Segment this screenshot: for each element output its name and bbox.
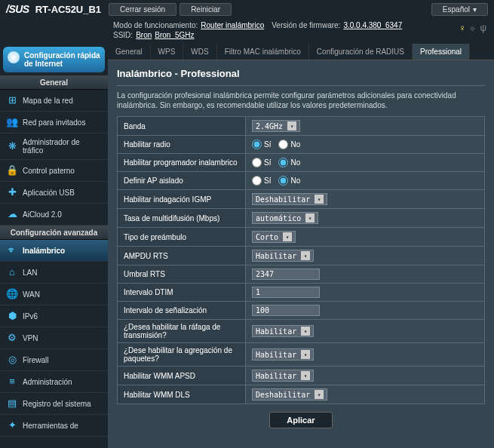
chevron-down-icon: ▾ xyxy=(473,5,477,14)
setting-label: Habilitar WMM DLS xyxy=(118,385,246,404)
setting-value: Habilitar▾ xyxy=(246,343,485,367)
sidebar-item[interactable]: 🌐WAN xyxy=(0,284,108,305)
tab[interactable]: General xyxy=(108,44,151,60)
bulb-icon[interactable]: ♀ xyxy=(459,23,465,33)
sidebar-item-label: WAN xyxy=(23,290,40,299)
link-icon[interactable]: ⟐ xyxy=(470,23,475,33)
mode-label: Modo de funcionamiento: xyxy=(113,21,198,29)
select[interactable]: automático▾ xyxy=(252,212,318,224)
chevron-down-icon: ▾ xyxy=(301,371,310,380)
sidebar-item[interactable]: 🔒Control paterno xyxy=(0,160,108,182)
tab[interactable]: Filtro MAC inalámbrico xyxy=(217,44,309,60)
chevron-down-icon: ▾ xyxy=(301,350,310,359)
sidebar-item[interactable]: 👥Red para invitados xyxy=(0,112,108,133)
radio-no[interactable]: No xyxy=(278,140,300,149)
setting-value: Deshabilitar▾ xyxy=(246,190,485,209)
select[interactable]: Deshabilitar▾ xyxy=(252,388,327,400)
nav-icon: ☁ xyxy=(6,208,18,220)
nav-icon: ◎ xyxy=(6,354,18,366)
select[interactable]: 2.4GHz▾ xyxy=(252,120,300,132)
sidebar-item[interactable]: ⚙VPN xyxy=(0,327,108,349)
sidebar-item-label: Control paterno xyxy=(23,167,75,175)
apply-button[interactable]: Aplicar xyxy=(269,412,332,428)
nav-icon: ≡ xyxy=(6,376,18,388)
sidebar-item-label: LAN xyxy=(23,268,37,277)
radio-no[interactable]: No xyxy=(278,158,300,167)
sidebar-item[interactable]: ✦Herramientas de xyxy=(0,415,108,437)
chevron-down-icon: ▾ xyxy=(305,213,315,222)
sidebar-item[interactable]: ⬢IPv6 xyxy=(0,305,108,327)
sidebar-item-label: Firewall xyxy=(23,356,48,364)
nav-icon: 🌐 xyxy=(6,288,18,300)
logout-button[interactable]: Cerrar sesión xyxy=(109,3,176,16)
sidebar-item-label: Herramientas de xyxy=(23,422,78,430)
text-input[interactable] xyxy=(252,268,320,280)
language-select[interactable]: Español ▾ xyxy=(431,3,488,16)
tab[interactable]: WPS xyxy=(151,44,184,60)
sidebar-item[interactable]: ◎Firewall xyxy=(0,349,108,371)
setting-label: Habilitar WMM APSD xyxy=(118,367,246,385)
nav-icon: ✦ xyxy=(6,419,18,431)
usb-icon[interactable]: ψ xyxy=(480,23,486,33)
sidebar-item[interactable]: ≡Administración xyxy=(0,371,108,393)
qis-button[interactable]: Configuración rápida de Internet xyxy=(3,47,105,72)
setting-value: Corto▾ xyxy=(246,228,485,247)
ssid-24[interactable]: Bron xyxy=(136,31,152,39)
select[interactable]: Corto▾ xyxy=(252,231,296,243)
setting-label: Habilitar radio xyxy=(118,136,246,154)
meta-bar: Modo de funcionamiento: Router inalámbri… xyxy=(0,18,494,44)
section-general: General xyxy=(0,75,108,90)
setting-value: Deshabilitar▾ xyxy=(246,385,485,404)
sidebar-item[interactable]: ☁AiCloud 2.0 xyxy=(0,204,108,226)
select[interactable]: Habilitar▾ xyxy=(252,348,314,361)
logo: /SUS xyxy=(6,3,29,15)
text-input[interactable] xyxy=(252,305,320,316)
radio-no[interactable]: No xyxy=(278,176,300,186)
chevron-down-icon: ▾ xyxy=(315,195,324,204)
tab[interactable]: Configuración de RADIUS xyxy=(309,44,413,60)
fw-value[interactable]: 3.0.0.4.380_6347 xyxy=(343,21,402,29)
chevron-down-icon: ▾ xyxy=(301,251,310,260)
ssid-label: SSID: xyxy=(113,31,133,39)
setting-value: Sí No xyxy=(246,172,485,190)
sidebar-item-label: Administrador de tráfico xyxy=(23,138,102,155)
tab[interactable]: WDS xyxy=(183,44,216,60)
nav-icon: ▤ xyxy=(6,397,18,410)
reboot-button[interactable]: Reiniciar xyxy=(179,3,232,16)
sidebar-item-label: Aplicación USB xyxy=(23,189,75,197)
model-name: RT-AC52U_B1 xyxy=(35,4,101,15)
sidebar-item[interactable]: ❋Administrador de tráfico xyxy=(0,133,108,160)
settings-table: Banda2.4GHz▾Habilitar radio Sí NoHabilit… xyxy=(117,116,485,404)
setting-value: 2.4GHz▾ xyxy=(246,117,485,136)
setting-value: Sí No xyxy=(246,136,485,154)
chevron-down-icon: ▾ xyxy=(301,327,310,336)
mode-value[interactable]: Router inalámbrico xyxy=(201,21,264,29)
sidebar-item[interactable]: ▤Registro del sistema xyxy=(0,393,108,415)
tab[interactable]: Professional xyxy=(413,44,470,60)
setting-value: Habilitar▾ xyxy=(246,367,485,385)
sidebar-item[interactable]: ᯤInalámbrico xyxy=(0,240,108,262)
select[interactable]: Habilitar▾ xyxy=(252,250,314,262)
sidebar-item[interactable]: ⌂LAN xyxy=(0,262,108,284)
text-input[interactable] xyxy=(252,287,320,298)
nav-icon: 🔒 xyxy=(6,164,18,176)
chevron-down-icon: ▾ xyxy=(315,390,324,399)
nav-icon: 👥 xyxy=(6,116,18,128)
setting-value: Sí No xyxy=(246,154,485,172)
sidebar-item[interactable]: ✚Aplicación USB xyxy=(0,182,108,204)
radio-yes[interactable]: Sí xyxy=(252,158,271,167)
sidebar-item-label: Mapa de la red xyxy=(23,97,73,105)
nav-icon: ✚ xyxy=(6,186,18,198)
select[interactable]: Habilitar▾ xyxy=(252,370,314,382)
setting-label: Intervalo de señalización xyxy=(118,302,246,320)
radio-yes[interactable]: Sí xyxy=(252,140,271,149)
setting-label: Habilitar programador inalambrico xyxy=(118,154,246,172)
select[interactable]: Habilitar▾ xyxy=(252,325,314,337)
sidebar-item[interactable]: ⊞Mapa de la red xyxy=(0,90,108,112)
setting-label: Banda xyxy=(118,117,246,136)
sidebar-item-label: AiCloud 2.0 xyxy=(23,210,62,219)
setting-label: Umbral RTS xyxy=(118,265,246,284)
ssid-5[interactable]: Bron_5GHz xyxy=(155,31,194,39)
radio-yes[interactable]: Sí xyxy=(252,176,271,186)
select[interactable]: Deshabilitar▾ xyxy=(252,193,327,205)
